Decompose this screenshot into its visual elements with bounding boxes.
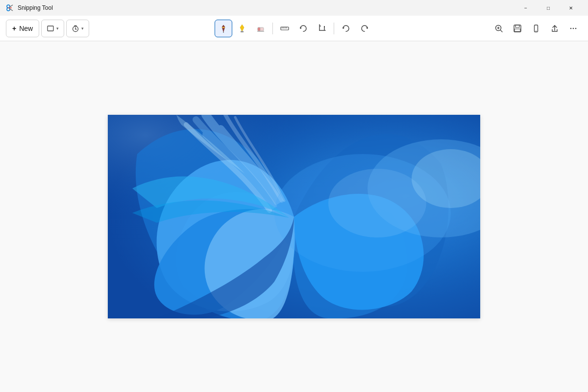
new-label: New <box>19 25 33 32</box>
svg-rect-37 <box>514 29 520 31</box>
redo-button[interactable] <box>356 20 373 37</box>
title-bar-controls: − □ ✕ <box>514 0 582 16</box>
eraser-tool-icon <box>256 24 266 33</box>
rotate-tool-button[interactable] <box>294 20 312 37</box>
toolbar-wrapper: + New ▾ ▾ <box>6 16 582 41</box>
save-button[interactable] <box>509 20 526 37</box>
svg-marker-10 <box>222 25 225 32</box>
share-icon <box>550 24 559 33</box>
svg-rect-16 <box>258 27 260 31</box>
timer-icon <box>72 25 79 32</box>
svg-rect-5 <box>48 26 53 31</box>
maximize-button[interactable]: □ <box>537 0 560 16</box>
more-options-button[interactable] <box>564 20 582 37</box>
svg-marker-11 <box>222 27 225 28</box>
svg-point-1 <box>7 8 10 11</box>
svg-line-32 <box>501 30 503 32</box>
eraser-tool-button[interactable] <box>252 20 270 37</box>
svg-rect-14 <box>241 31 244 32</box>
rotate-tool-icon <box>298 24 308 33</box>
app-title: Snipping Tool <box>18 4 53 11</box>
undo-icon <box>342 24 350 33</box>
toolbar-left-group: + New ▾ ▾ <box>6 20 89 37</box>
pen-tool-icon <box>219 24 228 33</box>
crop-tool-icon <box>317 24 327 33</box>
phone-icon <box>532 24 540 33</box>
highlighter-tool-button[interactable] <box>233 20 251 37</box>
more-options-icon <box>569 24 578 33</box>
svg-point-41 <box>573 27 574 29</box>
wallpaper-image <box>108 115 480 318</box>
undo-button[interactable] <box>337 20 355 37</box>
svg-point-39 <box>536 30 537 31</box>
timer-button[interactable]: ▾ <box>66 20 89 37</box>
toolbar-divider-2 <box>334 23 334 34</box>
zoom-button[interactable] <box>490 20 508 37</box>
toolbar: + New ▾ ▾ <box>0 16 588 41</box>
ruler-tool-icon <box>280 24 290 33</box>
screenshot-container <box>108 115 480 318</box>
snip-mode-icon <box>47 25 54 32</box>
snip-mode-chevron: ▾ <box>56 26 59 31</box>
pen-tool-button[interactable] <box>215 20 232 37</box>
ruler-tool-button[interactable] <box>276 20 294 37</box>
title-bar-left: Snipping Tool <box>6 4 53 12</box>
toolbar-right-group <box>490 20 582 37</box>
crop-tool-button[interactable] <box>313 20 331 37</box>
snip-mode-button[interactable]: ▾ <box>41 20 64 37</box>
zoom-icon <box>494 24 503 33</box>
svg-rect-18 <box>281 27 289 30</box>
timer-chevron: ▾ <box>81 26 84 31</box>
plus-icon: + <box>12 25 16 32</box>
redo-icon <box>360 24 369 33</box>
svg-point-40 <box>570 27 572 29</box>
new-button[interactable]: + New <box>6 20 39 37</box>
send-to-phone-button[interactable] <box>527 20 545 37</box>
share-button[interactable] <box>546 20 564 37</box>
title-bar: Snipping Tool − □ ✕ <box>0 0 588 16</box>
svg-point-42 <box>575 27 577 29</box>
app-icon <box>6 4 14 12</box>
toolbar-center-group <box>215 20 373 37</box>
svg-rect-35 <box>514 25 521 32</box>
highlighter-tool-icon <box>237 24 247 33</box>
svg-rect-36 <box>515 25 519 27</box>
save-icon <box>513 24 522 33</box>
main-content <box>0 41 588 392</box>
toolbar-divider-1 <box>272 23 273 34</box>
svg-marker-13 <box>240 25 244 31</box>
close-button[interactable]: ✕ <box>560 0 582 16</box>
svg-point-0 <box>7 5 10 8</box>
minimize-button[interactable]: − <box>514 0 537 16</box>
